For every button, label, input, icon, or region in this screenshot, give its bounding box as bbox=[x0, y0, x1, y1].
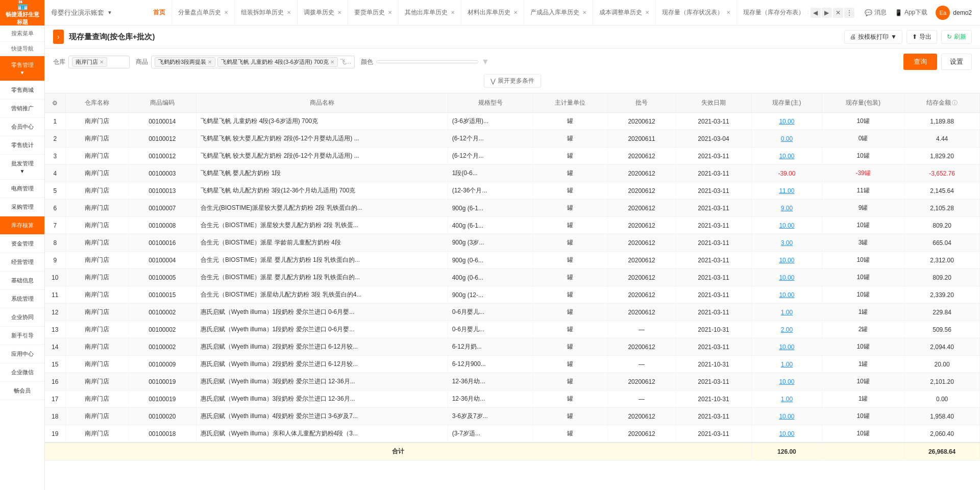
sidebar-item-marketing[interactable]: 营销推广 bbox=[0, 100, 44, 118]
row-qty-main[interactable]: 0.00 bbox=[751, 130, 822, 148]
sidebar-item-operation[interactable]: 经营管理 bbox=[0, 253, 44, 272]
warehouse-tag-container[interactable]: 南岸门店 ✕ bbox=[68, 56, 130, 68]
tab-home[interactable]: 首页 bbox=[147, 0, 172, 25]
sidebar-item-wechat[interactable]: 企业微信 bbox=[0, 363, 44, 382]
close-icon[interactable]: ✕ bbox=[287, 10, 291, 15]
tab-other-out[interactable]: 其他出库单历史 ✕ bbox=[399, 0, 461, 25]
row-qty-main[interactable]: 10.00 bbox=[751, 252, 822, 269]
sidebar-item-member[interactable]: 会员中心 bbox=[0, 118, 44, 136]
sidebar-item-enterprise[interactable]: 企业协同 bbox=[0, 308, 44, 327]
refresh-btn[interactable]: ↻ 刷新 bbox=[941, 30, 972, 44]
tab-inventory-dist[interactable]: 现存量（库存分布表） ✕ bbox=[737, 0, 808, 25]
sidebar-item-member2[interactable]: 畅会员 bbox=[0, 382, 44, 400]
row-code: 00100002 bbox=[128, 304, 196, 321]
color-tag-container[interactable] bbox=[376, 60, 478, 63]
settings-icon[interactable]: ⚙ bbox=[52, 100, 58, 107]
tab-product-in[interactable]: 产成品入库单历史 ✕ bbox=[524, 0, 593, 25]
tab-material-out[interactable]: 材料出库单历史 ✕ bbox=[461, 0, 524, 25]
quick-nav-btn[interactable]: 快捷导航 bbox=[0, 42, 44, 56]
table-area: ⚙ 仓库名称 商品编码 商品名称 规格型号 主计量单位 批号 失效日期 现存量(… bbox=[45, 93, 980, 490]
row-expire: 2021-03-11 bbox=[676, 373, 752, 390]
close-icon[interactable]: ✕ bbox=[337, 10, 341, 15]
close-icon[interactable]: ✕ bbox=[513, 10, 518, 15]
tab-split-inventory[interactable]: 分量盘点单历史 ✕ bbox=[172, 0, 235, 25]
row-qty-main[interactable]: 9.00 bbox=[751, 200, 822, 217]
search-menu-btn[interactable]: 搜索菜单 bbox=[0, 26, 44, 42]
tab-inventory-status[interactable]: 现存量（库存状况表） ✕ bbox=[656, 0, 737, 25]
org-selector[interactable]: 母婴行业演示账套 ▼ bbox=[45, 8, 147, 17]
close-icon[interactable]: ✕ bbox=[388, 10, 392, 15]
nav-menu-btn[interactable]: ⋮ bbox=[844, 8, 854, 18]
row-qty-main[interactable]: 10.00 bbox=[751, 338, 822, 356]
row-qty-main[interactable]: 2.00 bbox=[751, 321, 822, 338]
close-icon[interactable]: ✕ bbox=[582, 10, 586, 15]
row-expire: 2021-03-11 bbox=[676, 338, 752, 356]
tab-cost-adjust[interactable]: 成本调整单历史 ✕ bbox=[593, 0, 656, 25]
expand-filter-btn[interactable]: ⋁ 展开更多条件 bbox=[484, 74, 541, 88]
row-qty-main[interactable]: 1.00 bbox=[751, 304, 822, 321]
sidebar-item-retail-management[interactable]: 零售管理 ▼ bbox=[0, 56, 44, 81]
row-qty-main[interactable]: 11.00 bbox=[751, 182, 822, 200]
close-icon[interactable]: ✕ bbox=[451, 10, 455, 15]
row-batch: 20200612 bbox=[607, 269, 675, 286]
close-icon[interactable]: ✕ bbox=[224, 10, 228, 15]
row-no: 7 bbox=[45, 217, 65, 234]
row-qty-main[interactable]: 3.00 bbox=[751, 234, 822, 252]
row-unit: 罐 bbox=[533, 113, 608, 130]
sidebar-item-app-center[interactable]: 应用中心 bbox=[0, 345, 44, 363]
sidebar-item-wholesale[interactable]: 批发管理 ▼ bbox=[0, 155, 44, 180]
nav-close-btn[interactable]: ✕ bbox=[833, 8, 843, 18]
row-qty-main[interactable]: 1.00 bbox=[751, 390, 822, 408]
row-qty-main[interactable]: 10.00 bbox=[751, 425, 822, 443]
table-wrapper[interactable]: ⚙ 仓库名称 商品编码 商品名称 规格型号 主计量单位 批号 失效日期 现存量(… bbox=[45, 93, 980, 490]
warehouse-tag-close[interactable]: ✕ bbox=[100, 59, 104, 65]
sidebar-item-label: 零售管理 bbox=[11, 61, 34, 69]
close-icon[interactable]: ✕ bbox=[645, 10, 649, 15]
warehouse-tag[interactable]: 南岸门店 ✕ bbox=[72, 57, 107, 67]
sidebar-item-retail-mall[interactable]: 零售商城 bbox=[0, 81, 44, 100]
sidebar-item-ecommerce[interactable]: 电商管理 bbox=[0, 180, 44, 198]
tab-transfer[interactable]: 调拨单历史 ✕ bbox=[298, 0, 348, 25]
col-settings[interactable]: ⚙ bbox=[45, 93, 65, 113]
app-download-btn[interactable]: 📱 App下载 bbox=[895, 8, 927, 17]
org-dropdown-icon[interactable]: ▼ bbox=[107, 10, 112, 15]
row-qty-main[interactable]: -39.00 bbox=[751, 165, 822, 182]
sidebar-item-inventory[interactable]: 库存核算 bbox=[0, 216, 44, 235]
row-no: 12 bbox=[45, 304, 65, 321]
export-btn[interactable]: ⬆ 导出 bbox=[906, 30, 937, 44]
row-qty-main[interactable]: 1.00 bbox=[751, 356, 822, 373]
sidebar-item-system[interactable]: 系统管理 bbox=[0, 290, 44, 308]
expand-sidebar-btn[interactable]: › bbox=[53, 30, 64, 44]
sidebar-item-guide[interactable]: 新手引导 bbox=[0, 327, 44, 345]
user-profile[interactable]: Ea demo2 bbox=[936, 6, 972, 20]
message-btn[interactable]: 💬 消息 bbox=[865, 8, 887, 17]
sidebar-item-retail-stats[interactable]: 零售统计 bbox=[0, 136, 44, 155]
nav-prev-btn[interactable]: ◀ bbox=[811, 8, 821, 18]
row-amount: 1,958.40 bbox=[904, 408, 980, 425]
row-qty-main[interactable]: 10.00 bbox=[751, 286, 822, 304]
row-qty-main[interactable]: 10.00 bbox=[751, 113, 822, 130]
sidebar-item-purchase[interactable]: 采购管理 bbox=[0, 198, 44, 216]
settings-btn[interactable]: 设置 bbox=[941, 54, 972, 70]
tab-assemble[interactable]: 组装拆卸单历史 ✕ bbox=[235, 0, 298, 25]
row-qty-main[interactable]: 10.00 bbox=[751, 408, 822, 425]
nav-next-btn[interactable]: ▶ bbox=[822, 8, 832, 18]
row-qty-main[interactable]: 10.00 bbox=[751, 148, 822, 165]
close-icon[interactable]: ✕ bbox=[726, 10, 730, 15]
tab-order[interactable]: 要货单历史 ✕ bbox=[348, 0, 399, 25]
query-btn[interactable]: 查询 bbox=[903, 54, 937, 70]
product-tag-2-close[interactable]: ✕ bbox=[330, 59, 334, 65]
sidebar-item-basic-info[interactable]: 基础信息 bbox=[0, 272, 44, 290]
row-qty-main[interactable]: 10.00 bbox=[751, 269, 822, 286]
product-more-btn[interactable]: 飞... bbox=[340, 58, 351, 66]
row-qty-main[interactable]: 10.00 bbox=[751, 217, 822, 234]
product-tag-1[interactable]: 飞鹤奶粉3段两提装 ✕ bbox=[155, 57, 215, 67]
sidebar-item-finance[interactable]: 资金管理 bbox=[0, 235, 44, 253]
color-dropdown-icon[interactable]: ▼ bbox=[481, 57, 489, 66]
template-print-btn[interactable]: 🖨 按模板打印 ▼ bbox=[844, 30, 902, 44]
row-qty-main[interactable]: 10.00 bbox=[751, 373, 822, 390]
product-tag-1-close[interactable]: ✕ bbox=[208, 59, 212, 65]
product-tag-2[interactable]: 飞鹤星飞帆 儿童奶粉 4段(3-6岁适用) 700克 ✕ bbox=[217, 57, 338, 67]
product-tag-container[interactable]: 飞鹤奶粉3段两提装 ✕ 飞鹤星飞帆 儿童奶粉 4段(3-6岁适用) 700克 ✕… bbox=[151, 56, 355, 68]
info-icon[interactable]: ⓘ bbox=[952, 99, 958, 107]
